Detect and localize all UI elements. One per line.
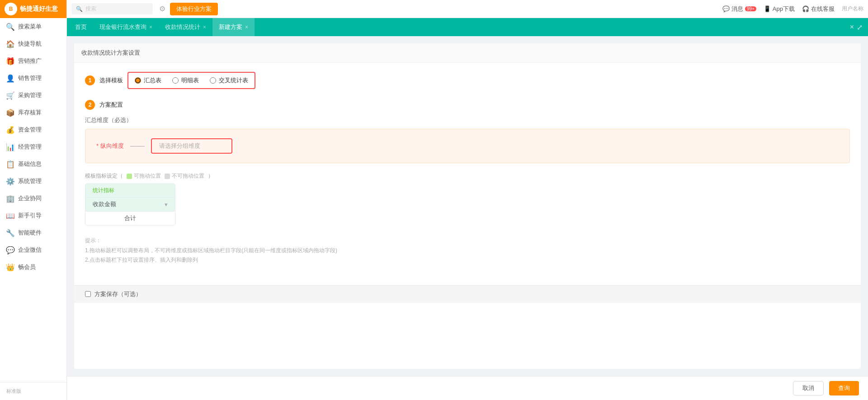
non-draggable-dot <box>165 174 170 179</box>
sidebar-item-label: 搜索菜单 <box>18 23 42 31</box>
settings-panel: 收款情况统计方案设置 1 选择模板 汇总表 <box>74 43 861 369</box>
sidebar-item-label: 资金管理 <box>18 126 42 134</box>
sidebar-item-label: 快捷导航 <box>18 40 42 48</box>
operation-icon: 📊 <box>6 143 14 151</box>
template-option-summary[interactable]: 汇总表 <box>135 76 161 85</box>
sidebar-item-label: 营销推广 <box>18 57 42 65</box>
main-area: 🔍 搜索 ⚙ 体验行业方案 💬 消息 99+ 📱 App下载 🎧 在线客服 用户… <box>67 0 868 400</box>
template-radio-summary[interactable] <box>135 77 141 84</box>
template-summary-label: 汇总表 <box>144 76 161 85</box>
inventory-icon: 📦 <box>6 108 14 117</box>
topbar-search[interactable]: 🔍 搜索 <box>71 3 153 14</box>
logo-text: 畅捷通好生意 <box>20 5 58 13</box>
sidebar-item-label: 智能硬件 <box>18 229 42 237</box>
message-icon: 💬 <box>722 5 730 12</box>
sidebar-item-basic-info[interactable]: 📋 基础信息 <box>0 155 66 173</box>
logo-icon: B <box>5 3 17 15</box>
industry-btn[interactable]: 体验行业方案 <box>170 3 218 15</box>
sidebar-item-capital[interactable]: 💰 资金管理 <box>0 121 66 138</box>
column-dropdown-icon[interactable]: ▾ <box>165 201 168 208</box>
tab-receipt-stats[interactable]: 收款情况统计 × <box>159 18 212 36</box>
wechat-icon: 💬 <box>6 246 14 254</box>
topbar: 🔍 搜索 ⚙ 体验行业方案 💬 消息 99+ 📱 App下载 🎧 在线客服 用户… <box>67 0 868 18</box>
download-icon: 📱 <box>764 5 771 12</box>
template-options: 汇总表 明细表 交叉统计表 <box>127 72 255 89</box>
indicator-table-header: 统计指标 <box>85 184 175 198</box>
sidebar-item-wechat[interactable]: 💬 企业微信 <box>0 241 66 259</box>
gear-icon[interactable]: ⚙ <box>159 5 165 13</box>
sidebar-item-sales[interactable]: 👤 销售管理 <box>0 70 66 87</box>
indicator-section-close: ） <box>208 172 213 180</box>
tab-new-plan-close[interactable]: × <box>245 24 248 30</box>
step1-section: 1 选择模板 汇总表 明细表 <box>85 72 850 89</box>
enterprise-icon: 🏢 <box>6 194 14 202</box>
indicator-section: 模板指标设定（ 可拖动位置 不可拖动位置 ） <box>85 172 850 227</box>
non-draggable-hint: 不可拖动位置 <box>165 172 204 180</box>
tab-home-label: 首页 <box>75 23 87 31</box>
sidebar-bottom: 标准版 <box>0 382 66 400</box>
dimension-area: 纵向维度 —— 请选择分组维度 <box>85 129 850 163</box>
user-name: 用户名称 <box>842 5 863 13</box>
query-button[interactable]: 查询 <box>829 381 859 395</box>
sidebar-item-operation[interactable]: 📊 经营管理 <box>0 138 66 155</box>
dimension-placeholder: 请选择分组维度 <box>159 142 200 149</box>
sidebar-item-label: 经营管理 <box>18 143 42 151</box>
tips-line1: 1.拖动标题栏可以调整布局，不可跨维度或指标区域拖动栏目字段(只能在同一维度或指… <box>85 247 337 254</box>
sidebar-item-enterprise[interactable]: 🏢 企业协同 <box>0 190 66 207</box>
sidebar: B 畅捷通好生意 🔍 搜索菜单 🏠 快捷导航 🎁 营销推广 👤 销售管理 🛒 采… <box>0 0 67 400</box>
expand-window-btn[interactable]: ⤢ <box>857 23 863 32</box>
indicator-table: 统计指标 收款金额 ▾ 合计 <box>85 184 175 226</box>
sidebar-item-smart-hw[interactable]: 🔧 智能硬件 <box>0 224 66 241</box>
sidebar-item-marketing[interactable]: 🎁 营销推广 <box>0 52 66 70</box>
topbar-search-icon: 🔍 <box>76 6 83 12</box>
draggable-hint: 可拖动位置 <box>127 172 161 180</box>
indicator-column-cell[interactable]: 收款金额 ▾ <box>85 198 175 212</box>
tabbar-actions: × ⤢ <box>850 23 866 32</box>
step1-title: 选择模板 <box>99 76 123 85</box>
settings-body: 1 选择模板 汇总表 明细表 <box>74 63 861 285</box>
row-label: 合计 <box>124 215 136 221</box>
tab-receipt-stats-label: 收款情况统计 <box>165 23 200 31</box>
draggable-dot <box>127 174 132 179</box>
tab-new-plan[interactable]: 新建方案 × <box>212 18 255 36</box>
template-cross-label: 交叉统计表 <box>219 76 248 85</box>
close-window-btn[interactable]: × <box>850 23 854 31</box>
sidebar-item-label: 销售管理 <box>18 74 42 82</box>
sidebar-item-quick-nav[interactable]: 🏠 快捷导航 <box>0 35 66 52</box>
topbar-right: 💬 消息 99+ 📱 App下载 🎧 在线客服 用户名称 <box>722 5 863 13</box>
sidebar-item-search-menu[interactable]: 🔍 搜索菜单 <box>0 18 66 35</box>
sidebar-item-purchase[interactable]: 🛒 采购管理 <box>0 87 66 104</box>
service-btn[interactable]: 🎧 在线客服 <box>802 5 835 13</box>
template-option-detail[interactable]: 明细表 <box>172 76 199 85</box>
dimension-select[interactable]: 请选择分组维度 <box>151 138 232 154</box>
sidebar-item-system[interactable]: ⚙️ 系统管理 <box>0 173 66 190</box>
dimension-row: 纵向维度 —— 请选择分组维度 <box>96 138 839 154</box>
bottom-action-bar: 取消 查询 <box>67 376 868 400</box>
template-option-cross[interactable]: 交叉统计表 <box>210 76 248 85</box>
step2-section: 2 方案配置 汇总维度（必选） 纵向维度 —— 请选择分组维度 <box>85 100 850 265</box>
step2-badge: 2 <box>85 100 95 110</box>
tab-home[interactable]: 首页 <box>69 18 93 36</box>
tab-bank-flow-label: 现金银行流水查询 <box>99 23 146 31</box>
template-radio-cross[interactable] <box>210 77 216 84</box>
service-label: 在线客服 <box>811 5 835 13</box>
indicator-table-header-label: 统计指标 <box>93 187 114 194</box>
sidebar-item-label: 基础信息 <box>18 160 42 168</box>
sidebar-item-member[interactable]: 👑 畅会员 <box>0 259 66 276</box>
save-label[interactable]: 方案保存（可选） <box>94 290 142 298</box>
tips-line2: 2.点击标题栏下拉可设置排序、插入列和删除列 <box>85 257 198 263</box>
sidebar-item-inventory[interactable]: 📦 库存核算 <box>0 104 66 121</box>
tab-receipt-stats-close[interactable]: × <box>203 24 206 30</box>
template-detail-label: 明细表 <box>181 76 199 85</box>
template-radio-detail[interactable] <box>172 77 179 84</box>
cancel-button[interactable]: 取消 <box>793 381 824 395</box>
message-btn[interactable]: 💬 消息 99+ <box>722 5 756 13</box>
sidebar-item-guide[interactable]: 📖 新手引导 <box>0 207 66 224</box>
smart-hw-icon: 🔧 <box>6 229 14 237</box>
member-icon: 👑 <box>6 263 14 271</box>
tab-bank-flow[interactable]: 现金银行流水查询 × <box>93 18 159 36</box>
tab-bank-flow-close[interactable]: × <box>149 24 152 30</box>
vertical-dimension-label: 纵向维度 <box>96 142 124 150</box>
download-btn[interactable]: 📱 App下载 <box>764 5 795 13</box>
save-checkbox[interactable] <box>85 291 91 297</box>
